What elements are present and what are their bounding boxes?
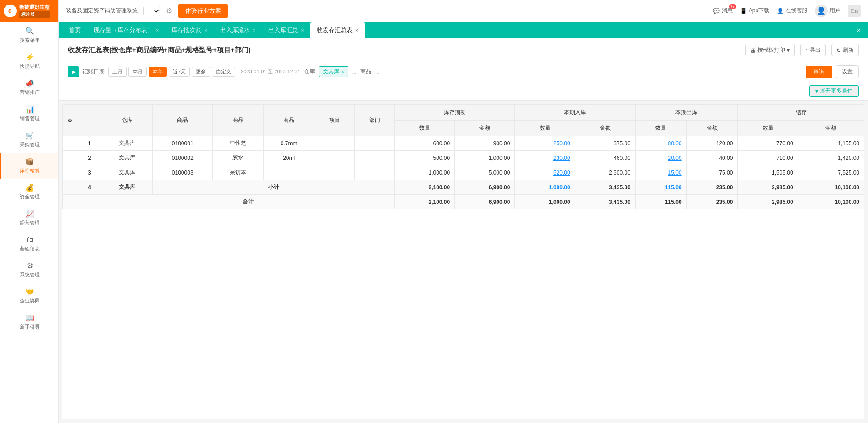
td-in-qty[interactable]: 230.00 bbox=[515, 151, 575, 165]
td-out-amt: 75.00 bbox=[686, 165, 738, 180]
settings-icon[interactable]: ⚙ bbox=[166, 6, 172, 15]
ea-button[interactable]: Ea bbox=[848, 5, 861, 17]
tab-batch-close[interactable]: × bbox=[204, 27, 207, 33]
sidebar-item-快捷导航[interactable]: ⚡快捷导航 bbox=[0, 48, 58, 74]
date-btn-this-month[interactable]: 本月 bbox=[128, 67, 147, 77]
edition-badge: 标准版 bbox=[19, 11, 50, 18]
sidebar-item-搜索菜单[interactable]: 🔍搜索菜单 bbox=[0, 22, 58, 48]
user-action[interactable]: 👤 用户 bbox=[815, 5, 840, 17]
product-more[interactable]: ... bbox=[375, 69, 380, 75]
refresh-icon: ↻ bbox=[836, 47, 841, 54]
expand-conditions-btn[interactable]: ▾ 展开更多条件 bbox=[809, 85, 859, 97]
td-out-qty[interactable]: 80.00 bbox=[635, 136, 686, 151]
th-settings[interactable]: ⚙ bbox=[63, 105, 77, 136]
subtotal-in-qty[interactable]: 1,000.00 bbox=[515, 180, 575, 195]
th-out-qty: 数量 bbox=[635, 121, 686, 136]
subtotal-label: 小计 bbox=[153, 180, 395, 195]
sidebar-item-企业协同[interactable]: 🤝企业协同 bbox=[0, 283, 58, 309]
td-project bbox=[315, 136, 354, 151]
th-balance: 结存 bbox=[738, 105, 864, 121]
sidebar-item-新手引导[interactable]: 📖新手引导 bbox=[0, 309, 58, 335]
refresh-label: 刷新 bbox=[843, 46, 854, 54]
sidebar-label: 基础信息 bbox=[20, 245, 40, 252]
online-service-label: 在线客服 bbox=[785, 7, 807, 15]
td-product-name: 中性笔 bbox=[213, 136, 263, 151]
page-header: 收发存汇总表(按仓库+商品编码+商品+规格型号+项目+部门) 🖨 按模板打印 ▾… bbox=[59, 38, 868, 60]
subtotal-out-qty[interactable]: 115.00 bbox=[635, 180, 686, 195]
sidebar-item-经营管理[interactable]: 📈经营管理 bbox=[0, 205, 58, 231]
th-product-name: 商品 bbox=[213, 105, 263, 136]
user-avatar: 👤 bbox=[815, 5, 828, 17]
td-out-qty[interactable]: 15.00 bbox=[635, 165, 686, 180]
sidebar-item-资金管理[interactable]: 💰资金管理 bbox=[0, 179, 58, 205]
td-in-qty[interactable]: 520.00 bbox=[515, 165, 575, 180]
td-in-amt: 460.00 bbox=[575, 151, 635, 165]
td-in-amt: 2,600.00 bbox=[575, 165, 635, 180]
tab-flow-close[interactable]: × bbox=[253, 27, 255, 33]
warehouse-tag-close[interactable]: × bbox=[341, 69, 344, 75]
date-btn-7days[interactable]: 近7天 bbox=[169, 67, 190, 77]
data-table-section: ⚙ 仓库 商品 商品 商品 项目 部门 库存期初 本期入库 本期出库 结存 bbox=[62, 104, 864, 419]
date-btn-custom[interactable]: 自定义 bbox=[212, 67, 235, 77]
th-out-amt: 金额 bbox=[686, 121, 738, 136]
sidebar-label: 企业协同 bbox=[20, 297, 40, 304]
td-product-spec: 0.7mm bbox=[263, 136, 315, 151]
warehouse-tag: 文具库 × bbox=[319, 66, 348, 77]
sidebar-item-基础信息[interactable]: 🗂基础信息 bbox=[0, 231, 58, 257]
refresh-button[interactable]: ↻ 刷新 bbox=[831, 44, 859, 56]
sidebar-item-销售管理[interactable]: 📊销售管理 bbox=[0, 100, 58, 126]
product-filter-label: 商品 bbox=[360, 68, 371, 76]
td-in-qty[interactable]: 250.00 bbox=[515, 136, 575, 151]
td-out-qty[interactable]: 20.00 bbox=[635, 151, 686, 165]
subtotal-settings bbox=[63, 180, 77, 195]
date-btn-more[interactable]: 更多 bbox=[192, 67, 210, 77]
warehouse-tag-value: 文具库 bbox=[323, 68, 339, 76]
filter-bar: ▶ 记账日期 上月 本月 本年 近7天 更多 自定义 2023-01-01 至 … bbox=[59, 60, 868, 83]
date-btn-this-year[interactable]: 本年 bbox=[149, 67, 167, 77]
query-button[interactable]: 查询 bbox=[806, 66, 832, 78]
sidebar: 6 畅捷通好生意 标准版 🔍搜索菜单⚡快捷导航📣营销推广📊销售管理🛒采购管理📦库… bbox=[0, 0, 59, 423]
table-row: 1 文具库 0100001 中性笔 0.7mm 600.00 900.00 25… bbox=[63, 136, 864, 151]
trial-button[interactable]: 体验行业方案 bbox=[178, 4, 228, 18]
th-row-num bbox=[77, 105, 102, 136]
tab-summary-close[interactable]: × bbox=[301, 27, 304, 33]
tab-batch[interactable]: 库存批次账 × bbox=[165, 22, 213, 38]
tab-receive-summary[interactable]: 收发存汇总表 × bbox=[310, 22, 365, 38]
tab-home[interactable]: 首页 bbox=[62, 22, 87, 38]
th-project: 项目 bbox=[315, 105, 354, 136]
td-opening-qty: 1,000.00 bbox=[394, 165, 454, 180]
tab-receive-summary-close[interactable]: × bbox=[355, 27, 358, 33]
tab-inventory-dist-close[interactable]: × bbox=[156, 27, 159, 33]
sidebar-label: 采购管理 bbox=[20, 141, 40, 148]
sidebar-item-营销推广[interactable]: 📣营销推广 bbox=[0, 74, 58, 100]
date-btn-last-month[interactable]: 上月 bbox=[108, 67, 127, 77]
subtotal-opening-amt: 6,900.00 bbox=[455, 180, 515, 195]
sidebar-item-库存核算[interactable]: 📦库存核算 bbox=[0, 153, 58, 179]
page-header-actions: 🖨 按模板打印 ▾ ↑ 导出 ↻ 刷新 bbox=[745, 44, 859, 56]
online-service-action[interactable]: 👤 在线客服 bbox=[777, 7, 807, 15]
warehouse-filter-label: 仓库 bbox=[304, 68, 315, 76]
td-settings bbox=[63, 165, 77, 180]
th-department: 部门 bbox=[354, 105, 394, 136]
set-button[interactable]: 设置 bbox=[836, 65, 859, 78]
warehouse-more[interactable]: ... bbox=[352, 69, 357, 75]
td-department bbox=[354, 165, 394, 180]
print-button[interactable]: 🖨 按模板打印 ▾ bbox=[745, 44, 795, 56]
close-all-tabs[interactable]: × bbox=[853, 27, 864, 34]
tab-summary[interactable]: 出入库汇总 × bbox=[262, 22, 310, 38]
tab-inventory-dist[interactable]: 现存量（库存分布表） × bbox=[87, 22, 165, 38]
tab-home-label: 首页 bbox=[69, 26, 81, 34]
export-button[interactable]: ↑ 导出 bbox=[800, 44, 826, 56]
td-settings bbox=[63, 136, 77, 151]
total-bal-qty: 2,985.00 bbox=[738, 195, 798, 209]
sidebar-label: 销售管理 bbox=[20, 115, 40, 122]
messages-action[interactable]: 💬 消息 6 bbox=[713, 7, 733, 15]
system-select[interactable] bbox=[143, 6, 160, 16]
app-download-action[interactable]: 📱 App下载 bbox=[740, 7, 769, 15]
filter-collapse-btn[interactable]: ▶ bbox=[68, 66, 79, 77]
data-table: ⚙ 仓库 商品 商品 商品 项目 部门 库存期初 本期入库 本期出库 结存 bbox=[62, 104, 864, 209]
tab-flow[interactable]: 出入库流水 × bbox=[214, 22, 262, 38]
sidebar-item-采购管理[interactable]: 🛒采购管理 bbox=[0, 126, 58, 153]
total-out-qty: 115.00 bbox=[635, 195, 686, 209]
sidebar-item-系统管理[interactable]: ⚙系统管理 bbox=[0, 257, 58, 283]
